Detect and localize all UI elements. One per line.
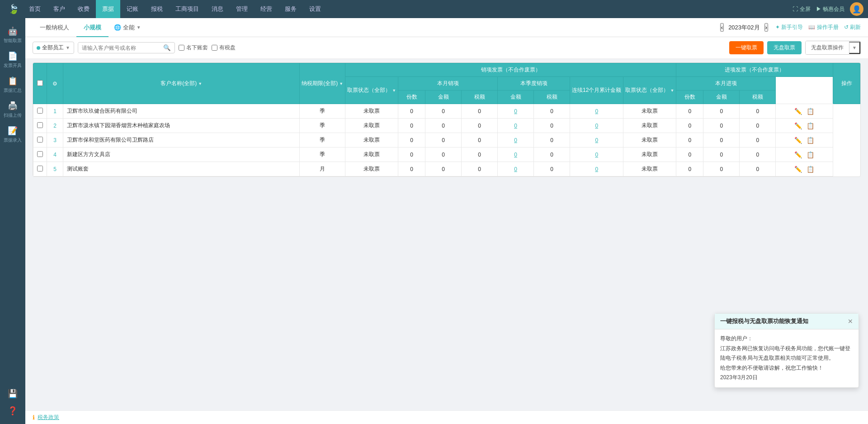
user-avatar[interactable]: 👤: [850, 2, 863, 16]
sidebar-item-scan[interactable]: 🖨️ 扫描上传: [0, 97, 25, 122]
detail-btn[interactable]: 📋: [805, 151, 816, 158]
search-input[interactable]: [78, 43, 160, 53]
nav-invoice[interactable]: 票据: [96, 0, 120, 18]
new-guide-link[interactable]: ✦ 新手引导: [775, 24, 803, 31]
ai-invoice-icon: 🤖: [8, 26, 18, 36]
row-checkbox[interactable]: [37, 108, 43, 114]
sidebar-item-download[interactable]: 💾: [0, 385, 25, 402]
edit-btn[interactable]: ✏️: [793, 151, 803, 158]
nav-bookkeeping[interactable]: 记账: [120, 0, 145, 18]
row-sm-count: 0: [398, 148, 425, 162]
notification-close-btn[interactable]: ✕: [848, 318, 853, 325]
th-sm-count: 份数: [398, 91, 425, 104]
th-operation: 操作: [833, 63, 860, 104]
table-row: 4 新建区方方文具店 季 未取票 0 0 0 0 0 0 未取票 0 0 0 ✏…: [33, 148, 860, 162]
th-sm-amount: 金额: [425, 91, 462, 104]
detail-btn[interactable]: 📋: [805, 108, 816, 115]
row-pm-tax: 0: [740, 148, 776, 162]
filter-icon[interactable]: ▼: [339, 81, 343, 86]
no-disk-op-main[interactable]: 无盘取票操作: [806, 41, 849, 54]
has-tax-disk-check[interactable]: [212, 45, 217, 51]
sidebar-item-input[interactable]: 📝 票据录入: [0, 122, 25, 147]
th-sm-tax: 税额: [462, 91, 498, 104]
app-logo: 🍃: [5, 0, 23, 18]
no-disk-op-btn[interactable]: 无盘取票操作 ▼: [805, 41, 861, 55]
nav-customer[interactable]: 客户: [47, 0, 71, 18]
th-sq-tax: 税额: [534, 91, 570, 104]
row-checkbox[interactable]: [37, 166, 43, 172]
sidebar-item-label: 票据汇总: [4, 87, 22, 94]
tab-general-taxpayer[interactable]: 一般纳税人: [33, 18, 76, 37]
nav-right: ⛶ 全屏 ▶ 畅惠会员 👤: [793, 2, 863, 16]
tab-small-scale[interactable]: 小规模: [76, 18, 108, 37]
manual-link[interactable]: 📖 操作手册: [808, 24, 838, 31]
row-sq-tax: 0: [534, 162, 570, 176]
row-name: 卫辉市玖玖健合医药有限公司: [63, 104, 300, 119]
my-accounts-check[interactable]: [179, 45, 184, 51]
row-sm-amount: 0: [425, 119, 462, 133]
period-prev-btn[interactable]: ‹: [720, 23, 724, 32]
open-invoice-icon: 📄: [8, 51, 18, 61]
nav-tax[interactable]: 报税: [145, 0, 169, 18]
nav-settings[interactable]: 设置: [303, 0, 327, 18]
edit-btn[interactable]: ✏️: [793, 137, 803, 144]
period-next-btn[interactable]: ›: [764, 23, 768, 32]
no-disk-op-arrow[interactable]: ▼: [849, 42, 860, 54]
table-wrapper: ⚙ 客户名称(全部) ▼ 纳税期限(全部) ▼: [33, 62, 861, 177]
my-accounts-checkbox[interactable]: 名下账套: [179, 44, 208, 52]
refresh-link[interactable]: ↺ 刷新: [844, 24, 861, 31]
tax-policy-link[interactable]: 税务政策: [38, 414, 59, 421]
row-sm-tax: 0: [462, 119, 498, 133]
detail-btn[interactable]: 📋: [805, 166, 816, 173]
row-checkbox[interactable]: [37, 137, 43, 143]
sidebar-item-open-invoice[interactable]: 📄 发票开具: [0, 48, 25, 72]
edit-btn[interactable]: ✏️: [793, 122, 803, 129]
filter-icon[interactable]: ▼: [198, 81, 202, 86]
member-btn[interactable]: ▶ 畅惠会员: [816, 5, 844, 13]
nav-business[interactable]: 工商项目: [169, 0, 205, 18]
filter-icon[interactable]: ▼: [392, 88, 396, 93]
edit-btn[interactable]: ✏️: [793, 108, 803, 115]
sidebar-item-ai-invoice[interactable]: 🤖 智能取票: [0, 23, 25, 48]
has-tax-disk-checkbox[interactable]: 有税盘: [212, 44, 236, 52]
no-disk-btn[interactable]: 无盘取票: [767, 41, 802, 54]
settings-icon[interactable]: ⚙: [52, 81, 57, 87]
nav-service[interactable]: 服务: [278, 0, 303, 18]
sidebar-item-help[interactable]: ❓: [0, 402, 25, 419]
row-pm-tax: 0: [740, 104, 776, 119]
top-nav: 🍃 首页 客户 收费 票据 记账 报税 工商项目 消息 管理 经营 服务 设置 …: [0, 0, 868, 18]
row-sm-count: 0: [398, 162, 425, 176]
sidebar-item-label: 扫描上传: [4, 112, 22, 119]
row-sm-count: 0: [398, 133, 425, 148]
nav-message[interactable]: 消息: [205, 0, 230, 18]
row-op: ✏️ 📋: [776, 119, 833, 133]
sidebar-item-summary[interactable]: 📋 票据汇总: [0, 72, 25, 97]
search-button[interactable]: 🔍: [160, 43, 175, 53]
nav-manage[interactable]: 管理: [230, 0, 254, 18]
detail-btn[interactable]: 📋: [805, 137, 816, 144]
nav-home[interactable]: 首页: [23, 0, 47, 18]
nav-fee[interactable]: 收费: [71, 0, 96, 18]
th-purchase-month: 本月进项: [676, 77, 776, 91]
toolbar-right: 一键取票 无盘取票 无盘取票操作 ▼: [729, 41, 861, 55]
staff-select[interactable]: 全部员工 ▼: [33, 42, 74, 54]
tab-all[interactable]: 🌐 全能 ▼: [108, 24, 146, 32]
one-key-btn[interactable]: 一键取票: [729, 41, 764, 54]
sidebar-item-label: 票据录入: [4, 137, 22, 143]
row-checkbox[interactable]: [37, 122, 43, 128]
detail-btn[interactable]: 📋: [805, 122, 816, 129]
input-icon: 📝: [8, 126, 18, 136]
edit-btn[interactable]: ✏️: [793, 166, 803, 173]
row-checkbox[interactable]: [37, 151, 43, 157]
select-all-checkbox[interactable]: [37, 80, 43, 86]
row-sm-count: 0: [398, 119, 425, 133]
fullscreen-btn[interactable]: ⛶ 全屏: [793, 5, 810, 13]
th-sales-month: 本月销项: [398, 77, 498, 91]
nav-operation[interactable]: 经营: [254, 0, 278, 18]
row-tax-period: 季: [300, 104, 345, 119]
sidebar-item-label: 智能取票: [4, 38, 22, 44]
filter-icon[interactable]: ▼: [670, 88, 674, 93]
row-sq-amount: 0: [498, 148, 534, 162]
sidebar-bottom: 💾 ❓: [0, 385, 25, 424]
row-name: 卫辉市汲水镇下园湖香烟营木种植家庭农场: [63, 119, 300, 133]
